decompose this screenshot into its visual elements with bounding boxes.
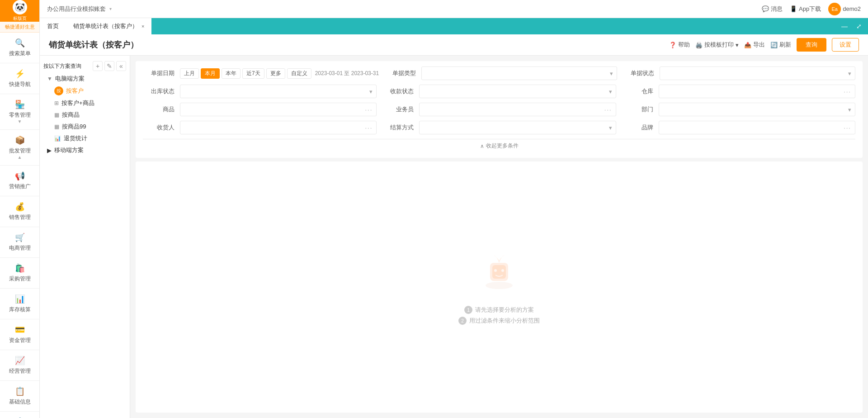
sidebar-label: 销售管理 — [9, 214, 31, 221]
active-scheme-badge: 按 — [54, 86, 63, 95]
brand-label: 畅捷通好生意 — [0, 22, 40, 33]
edit-scheme-btn[interactable]: ✎ — [104, 61, 114, 71]
help-btn[interactable]: ❓ 帮助 — [669, 41, 690, 49]
tab-minimize-btn[interactable]: — — [839, 21, 850, 32]
print-icon: 🖨️ — [695, 42, 703, 48]
sidebar-item-quicknav[interactable]: ⚡ 快捷导航 — [0, 63, 40, 94]
query-button[interactable]: 查询 — [797, 38, 826, 52]
department-arrow: ▾ — [848, 106, 851, 113]
tree-child-customer-goods[interactable]: ⊞ 按客户+商品 — [40, 97, 130, 109]
date-btn-last-month[interactable]: 上月 — [180, 68, 199, 79]
collapse-bar[interactable]: ∧ 收起更多条件 — [143, 139, 855, 152]
sidebar-label: 基础信息 — [9, 398, 31, 406]
empty-hint-2: 2 用过滤条件来缩小分析范围 — [458, 317, 540, 325]
svg-point-3 — [494, 269, 497, 272]
app-download-btn[interactable]: 📱 App下载 — [790, 5, 821, 13]
tree-section-pc[interactable]: ▼ 电脑端方案 — [40, 73, 130, 85]
app-name: 办公用品行业模拟账套 — [47, 5, 106, 13]
sidebar-label: 批发管理 — [9, 147, 31, 155]
date-btn-this-year[interactable]: 本年 — [222, 68, 241, 79]
refresh-btn[interactable]: 🔄 刷新 — [770, 41, 791, 49]
settings-button[interactable]: 设置 — [832, 38, 859, 52]
order-type-select[interactable]: ▾ — [421, 66, 617, 80]
date-btn-custom[interactable]: 自定义 — [287, 68, 311, 79]
export-icon: 📤 — [744, 42, 751, 48]
sidebar-item-wholesale[interactable]: 📦 批发管理 ▲ — [0, 130, 40, 166]
right-panel: 单据日期 上月 本月 本年 近7天 更多 自定义 2023-03-01 至 20… — [130, 56, 868, 418]
search-icon: 🔍 — [15, 38, 25, 48]
print-dropdown-icon: ▾ — [736, 42, 739, 48]
sales-icon: 💰 — [15, 202, 25, 212]
tab-close-btn[interactable]: × — [142, 24, 144, 29]
content: 销货单统计表（按客户） ❓ 帮助 🖨️ 按模板打印 ▾ 📤 导出 🔄 刷新 — [40, 34, 868, 418]
logo-text: 标版页 — [13, 15, 27, 22]
sidebar-item-retail[interactable]: 🏪 零售管理 ▼ — [0, 94, 40, 130]
sidebar-item-ecommerce[interactable]: 🛒 电商管理 — [0, 227, 40, 258]
goods-input[interactable]: ··· — [180, 103, 377, 116]
warehouse-label: 仓库 — [622, 87, 653, 95]
topbar: 办公用品行业模拟账套 ▾ 💬 消息 📱 App下载 Ea demo2 — [40, 0, 868, 18]
filter-area: 单据日期 上月 本月 本年 近7天 更多 自定义 2023-03-01 至 20… — [136, 61, 863, 158]
warehouse-input[interactable]: ··· — [659, 85, 855, 98]
payment-select[interactable]: ▾ — [419, 85, 616, 98]
add-scheme-btn[interactable]: + — [93, 61, 103, 71]
table2-icon: ▦ — [54, 124, 59, 130]
export-btn[interactable]: 📤 导出 — [744, 41, 765, 49]
sidebar-item-finance[interactable]: 💳 资金管理 — [0, 319, 40, 350]
settlement-select[interactable]: ▾ — [419, 121, 616, 134]
sidebar-item-sales[interactable]: 💰 销售管理 — [0, 196, 40, 227]
department-select[interactable]: ▾ — [659, 103, 855, 116]
sidebar-item-search[interactable]: 🔍 搜索菜单 — [0, 33, 40, 63]
retail-icon: 🏪 — [15, 100, 25, 109]
goods-label: 商品 — [143, 105, 175, 114]
tree-child-return-stats[interactable]: 📊 退货统计 — [40, 133, 130, 144]
topbar-right: 💬 消息 📱 App下载 Ea demo2 — [762, 3, 861, 15]
empty-hint-1: 1 请先选择要分析的方案 — [464, 306, 534, 314]
download-icon: 📱 — [790, 5, 797, 12]
order-status-label: 单据状态 — [623, 69, 654, 77]
tab-maximize-btn[interactable]: ⤢ — [854, 21, 864, 32]
tab-bar: 首页 销货单统计表（按客户） × — ⤢ — [40, 18, 868, 34]
main: 办公用品行业模拟账套 ▾ 💬 消息 📱 App下载 Ea demo2 首页 — [40, 0, 868, 418]
sidebar-item-basic[interactable]: 📋 基础信息 — [0, 381, 40, 412]
date-range-display: 2023-03-01 至 2023-03-31 — [315, 70, 379, 77]
hint-num-1: 1 — [464, 306, 472, 314]
page-actions: ❓ 帮助 🖨️ 按模板打印 ▾ 📤 导出 🔄 刷新 查询 设置 — [669, 38, 859, 52]
tab-right-buttons: — ⤢ — [839, 21, 868, 32]
print-template-btn[interactable]: 🖨️ 按模板打印 ▾ — [695, 41, 739, 49]
salesperson-input[interactable]: ··· — [419, 103, 616, 116]
edit-icon: ✎ — [107, 62, 112, 70]
quicknav-icon: ⚡ — [15, 69, 25, 79]
sidebar-item-inventory[interactable]: 📊 库存核算 — [0, 289, 40, 319]
brand-dots: ··· — [844, 124, 851, 131]
sidebar-item-system[interactable]: ⚙️ 系统管理 — [0, 412, 40, 418]
sidebar-label: 经营管理 — [9, 367, 31, 375]
date-btn-this-month[interactable]: 本月 — [201, 68, 220, 79]
sidebar-item-marketing[interactable]: 📢 营销推广 — [0, 166, 40, 196]
tree-child-goods99[interactable]: ▦ 按商品99 — [40, 121, 130, 133]
message-icon: 💬 — [762, 5, 769, 12]
sidebar-item-operation[interactable]: 📈 经营管理 — [0, 350, 40, 381]
collapse-icon: ∧ — [480, 143, 484, 149]
date-btn-7days[interactable]: 近7天 — [242, 68, 264, 79]
tree-child-by-customer[interactable]: 按 按客户 — [40, 85, 130, 97]
message-btn[interactable]: 💬 消息 — [762, 5, 783, 13]
date-label: 单据日期 — [143, 69, 175, 77]
date-btn-more[interactable]: 更多 — [266, 68, 285, 79]
order-status-select[interactable]: ▾ — [660, 66, 855, 80]
sidebar-item-purchase[interactable]: 🛍️ 采购管理 — [0, 258, 40, 289]
tab-sales-stats[interactable]: 销货单统计表（按客户） × — [66, 18, 151, 34]
consignee-input[interactable]: ··· — [180, 121, 377, 134]
tree-child-by-goods[interactable]: ▦ 按商品 — [40, 109, 130, 121]
goods-dots: ··· — [365, 106, 373, 113]
outbound-select[interactable]: ▾ — [180, 85, 377, 98]
brand-input[interactable]: ··· — [659, 121, 855, 134]
collapse-panel-btn[interactable]: « — [116, 61, 126, 71]
salesperson-dots: ··· — [604, 106, 612, 113]
outbound-label: 出库状态 — [143, 87, 175, 95]
logo-icon: 🐼 — [13, 0, 27, 14]
user-profile[interactable]: Ea demo2 — [828, 3, 861, 15]
tab-home[interactable]: 首页 — [40, 18, 66, 34]
app-dropdown-arrow[interactable]: ▾ — [109, 6, 112, 11]
tree-section-mobile[interactable]: ▶ 移动端方案 — [40, 144, 130, 156]
